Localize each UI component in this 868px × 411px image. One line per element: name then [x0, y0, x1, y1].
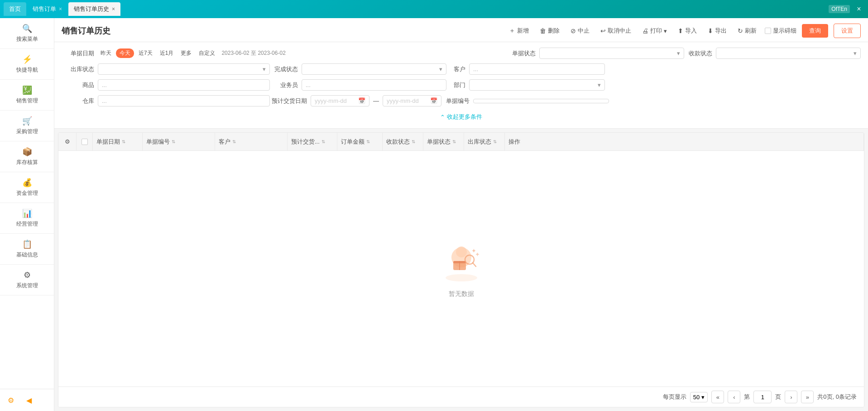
tab-home-label: 首页 — [9, 5, 21, 13]
first-page-btn[interactable]: « — [711, 391, 724, 403]
completion-status-select[interactable]: ▾ — [302, 63, 446, 75]
date-btn-7days[interactable]: 近7天 — [136, 48, 155, 58]
th-outbound-sort-icon: ⇅ — [493, 139, 497, 144]
page-number-input[interactable] — [753, 391, 772, 403]
th-amount-label: 订单金额 — [341, 138, 364, 146]
page-title: 销售订单历史 — [62, 25, 110, 36]
svg-point-0 — [446, 274, 477, 281]
goods-input[interactable]: ... — [98, 79, 270, 91]
prev-page-btn[interactable]: ‹ — [728, 391, 740, 403]
salesperson-input[interactable]: ... — [302, 79, 446, 91]
query-button[interactable]: 查询 — [802, 24, 828, 38]
empty-text: 暂无数据 — [449, 290, 474, 298]
th-date-sort-icon: ⇅ — [122, 139, 125, 144]
date-btn-more[interactable]: 更多 — [178, 48, 194, 58]
sidebar-item-finance[interactable]: 💰 资金管理 — [0, 172, 54, 203]
tab-home[interactable]: 首页 — [4, 2, 26, 16]
date-btn-1month[interactable]: 近1月 — [157, 48, 177, 58]
tab-sales-order[interactable]: 销售订单 × — [27, 2, 67, 16]
delete-button[interactable]: 🗑 删除 — [537, 25, 562, 37]
sidebar-item-basic-info[interactable]: 📋 基础信息 — [0, 234, 54, 265]
settings-button[interactable]: 设置 — [834, 24, 861, 38]
sales-mgmt-icon: 💹 — [22, 85, 32, 95]
top-bar-right: OfTEn × — [829, 4, 864, 15]
window-close-btn[interactable]: × — [854, 4, 864, 15]
print-icon: 🖨 — [642, 27, 648, 34]
tab-sales-order-history[interactable]: 销售订单历史 × — [68, 2, 120, 16]
date-btn-yesterday[interactable]: 昨天 — [98, 48, 114, 58]
th-outbound-label: 出库状态 — [468, 138, 491, 146]
cancel-stop-button[interactable]: ↩ 取消中止 — [598, 25, 634, 37]
th-outbound[interactable]: 出库状态 ⇅ — [464, 133, 505, 150]
cancel-stop-label: 取消中止 — [608, 27, 631, 35]
sidebar-item-purchase-mgmt[interactable]: 🛒 采购管理 — [0, 111, 54, 141]
sidebar-item-system-mgmt-label: 系统管理 — [16, 282, 38, 290]
business-mgmt-icon: 📊 — [22, 208, 32, 218]
sidebar-item-quick-nav[interactable]: ⚡ 快捷导航 — [0, 49, 54, 80]
payment-status-select[interactable]: ▾ — [716, 48, 861, 59]
cal-from-icon: 📅 — [358, 97, 365, 104]
empty-illustration: ✦ ✦ — [439, 239, 484, 285]
th-customer[interactable]: 客户 ⇅ — [215, 133, 288, 150]
tab-sales-order-history-close[interactable]: × — [112, 6, 115, 12]
department-select[interactable]: ▾ — [469, 79, 605, 91]
stop-button[interactable]: ⊘ 中止 — [568, 25, 592, 37]
sidebar-collapse-btn[interactable]: ◀ — [22, 393, 36, 407]
display-toggle[interactable]: 显示碍细 — [765, 27, 796, 35]
page-header: 销售订单历史 ＋ 新增 🗑 删除 ⊘ 中止 ↩ 取消中止 — [54, 18, 868, 42]
print-button[interactable]: 🖨 打印 ▾ — [639, 25, 670, 37]
sidebar-settings-btn[interactable]: ⚙ — [4, 393, 18, 407]
customer-input[interactable]: ... — [469, 63, 605, 75]
order-no-input[interactable] — [473, 99, 609, 103]
display-checkbox[interactable] — [765, 28, 771, 34]
th-delivery[interactable]: 预计交货... ⇅ — [288, 133, 337, 150]
next-page-btn[interactable]: › — [785, 391, 797, 403]
refresh-button[interactable]: ↻ 刷新 — [735, 25, 759, 37]
th-amount[interactable]: 订单金额 ⇅ — [337, 133, 383, 150]
svg-line-6 — [473, 263, 476, 266]
select-all-checkbox[interactable] — [82, 139, 88, 145]
collapse-button[interactable]: ⌃ 收起更多条件 — [62, 111, 861, 123]
th-date[interactable]: 单据日期 ⇅ — [93, 133, 143, 150]
content-area: 销售订单历史 ＋ 新增 🗑 删除 ⊘ 中止 ↩ 取消中止 — [54, 18, 868, 411]
page-size-value: 50 — [693, 394, 700, 401]
date-label: 单据日期 — [62, 49, 98, 58]
th-status[interactable]: 单据状态 ⇅ — [423, 133, 464, 150]
order-status-select[interactable]: ▾ — [539, 48, 684, 59]
page-size-select[interactable]: 50 ▾ — [690, 392, 708, 402]
inventory-icon: 📦 — [22, 147, 32, 157]
date-filter: 昨天 今天 近7天 近1月 更多 自定义 2023-06-02 至 2023-0… — [98, 48, 286, 58]
sidebar-item-inventory[interactable]: 📦 库存核算 — [0, 141, 54, 172]
filter-row-4: 仓库 ... 预计交货日期 yyyy-mm-dd 📅 — yyyy-mm-dd … — [62, 95, 861, 106]
order-no-label: 单据编号 — [441, 97, 473, 105]
add-button[interactable]: ＋ 新增 — [506, 25, 532, 37]
top-bar: 首页 销售订单 × 销售订单历史 × OfTEn × — [0, 0, 868, 18]
refresh-label: 刷新 — [745, 27, 757, 35]
th-date-label: 单据日期 — [96, 138, 120, 146]
sidebar-item-business-mgmt[interactable]: 📊 经营管理 — [0, 203, 54, 234]
th-num[interactable]: 单据编号 ⇅ — [143, 133, 215, 150]
delivery-date-from[interactable]: yyyy-mm-dd 📅 — [311, 95, 369, 106]
date-btn-custom[interactable]: 自定义 — [196, 48, 218, 58]
tab-sales-order-close[interactable]: × — [59, 6, 62, 12]
sidebar-item-sales-mgmt-label: 销售管理 — [16, 97, 38, 105]
warehouse-input[interactable]: ... — [98, 95, 270, 106]
import-button[interactable]: ⬆ 导入 — [675, 25, 700, 37]
outbound-status-select[interactable]: ▾ — [98, 63, 270, 75]
last-page-btn[interactable]: » — [801, 391, 814, 403]
sidebar-item-sales-mgmt[interactable]: 💹 销售管理 — [0, 80, 54, 111]
sidebar-item-search-menu[interactable]: 🔍 搜索菜单 — [0, 18, 54, 49]
empty-state: ✦ ✦ 暂无数据 — [58, 151, 864, 387]
date-btn-today[interactable]: 今天 — [116, 48, 134, 58]
th-payment[interactable]: 收款状态 ⇅ — [383, 133, 423, 150]
delivery-date-to[interactable]: yyyy-mm-dd 📅 — [383, 95, 441, 106]
th-settings[interactable]: ⚙ — [58, 133, 77, 150]
sidebar-item-system-mgmt[interactable]: ⚙ 系统管理 — [0, 265, 54, 295]
import-icon: ⬆ — [678, 27, 683, 34]
sidebar-item-basic-info-label: 基础信息 — [16, 251, 38, 259]
sidebar-item-quick-nav-label: 快捷导航 — [16, 66, 38, 74]
toolbar: ＋ 新增 🗑 删除 ⊘ 中止 ↩ 取消中止 🖨 打印 — [506, 24, 861, 38]
pagination: 每页显示 50 ▾ « ‹ 第 页 › » 共0页, 0条记录 — [58, 387, 864, 407]
th-checkbox[interactable] — [77, 133, 93, 150]
export-button[interactable]: ⬇ 导出 — [705, 25, 729, 37]
